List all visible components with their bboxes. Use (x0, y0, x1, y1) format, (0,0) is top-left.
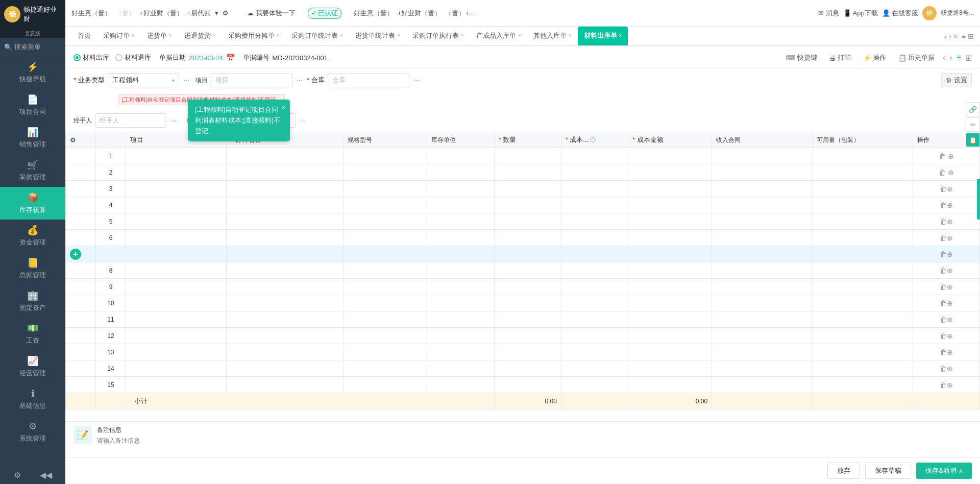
handler-input[interactable]: 经手人 (95, 113, 166, 128)
tab-purchase-expense-close[interactable]: × (277, 33, 280, 38)
topbar-settings-btn[interactable]: ⚙ (223, 9, 229, 17)
copy-icon-7[interactable]: ⊕ (947, 250, 953, 258)
tab-purchase-stats[interactable]: 采购订单统计表 × (285, 27, 349, 46)
tab-next-btn[interactable]: › (949, 32, 951, 40)
tab-prev-btn[interactable]: ‹ (944, 32, 947, 40)
tab-material-outstock[interactable]: 材料出库单 × (578, 27, 628, 46)
sidebar-item-fixedassets[interactable]: 🏢 固定资产 (0, 285, 65, 318)
copy-icon-14[interactable]: ⊕ (947, 365, 953, 373)
view-list-btn[interactable]: ≡ (957, 53, 961, 62)
business-type-dots[interactable]: ··· (183, 76, 189, 84)
topbar-link-haoyecai[interactable]: +好业财（普） (139, 9, 183, 18)
cell-unit-2[interactable] (427, 164, 494, 181)
notes-input[interactable] (97, 437, 177, 451)
delete-icon-7[interactable]: 🗑 (940, 250, 947, 258)
delete-icon-10[interactable]: 🗑 (940, 299, 947, 307)
th-cost-info-icon[interactable]: ⓘ (590, 137, 596, 143)
nav-prev-btn[interactable]: ‹ (943, 53, 945, 62)
cell-available-2[interactable] (812, 164, 913, 181)
copy-icon-4[interactable]: ⊕ (947, 201, 953, 209)
cell-spec-2[interactable] (344, 164, 427, 181)
topbar-link-haoshenyi2[interactable]: 好生意（普） (354, 9, 394, 18)
cell-project-2[interactable] (126, 164, 227, 181)
cell-cost-amt-1[interactable] (628, 148, 712, 164)
delete-icon-6[interactable]: 🗑 (940, 234, 947, 242)
delete-icon-11[interactable]: 🗑 (940, 316, 947, 324)
sidebar-item-quicknav[interactable]: ⚡ 快捷导航 (0, 56, 65, 89)
topbar-link-haoyecai2[interactable]: +好业财（普） (398, 9, 442, 18)
tab-incoming-return-close[interactable]: × (213, 33, 216, 38)
sidebar-item-ledger[interactable]: 📒 总账管理 (0, 252, 65, 285)
tab-other-instock-close[interactable]: × (569, 33, 572, 38)
cell-income-1[interactable] (712, 148, 813, 164)
tab-purchase-order[interactable]: 采购订单 × (97, 27, 141, 46)
tab-home[interactable]: 首页 (71, 27, 97, 46)
tab-incoming-stats-close[interactable]: × (397, 33, 400, 38)
sidebar-collapse-btn[interactable]: ◀◀ (40, 470, 52, 480)
calendar-icon[interactable]: 📅 (226, 54, 235, 62)
settings-btn[interactable]: ⚙ 设置 (941, 73, 972, 87)
cell-material-1[interactable] (226, 148, 344, 164)
delete-icon-9[interactable]: 🗑 (940, 283, 947, 291)
topbar-link-yidaizhang[interactable]: +易代账 (187, 9, 211, 18)
cell-project-1[interactable] (126, 148, 227, 164)
warehouse-input[interactable]: 合库 (328, 73, 409, 87)
tab-other-instock[interactable]: 其他入库单 × (527, 27, 578, 46)
tab-view-toggle-list[interactable]: ≡ (962, 32, 966, 40)
cell-qty-1[interactable] (494, 148, 561, 164)
save-draft-button[interactable]: 保存草稿 (865, 463, 911, 479)
tab-purchase-order-close[interactable]: × (132, 33, 135, 38)
cell-qty-2[interactable] (494, 164, 561, 181)
tab-incoming-return[interactable]: 进退货货 × (178, 27, 222, 46)
cell-income-2[interactable] (712, 164, 813, 181)
print-btn[interactable]: 🖨 打印 (825, 51, 855, 64)
topbar-link-more[interactable]: （普）+... (445, 9, 474, 18)
tab-incoming-stats[interactable]: 进货单统计表 × (349, 27, 406, 46)
sidebar-item-salary[interactable]: 💵 工资 (0, 318, 65, 350)
topbar-dropdown-btn[interactable]: ▾ (215, 9, 218, 17)
delete-icon-14[interactable]: 🗑 (940, 365, 947, 373)
user-avatar[interactable]: 畅 (922, 6, 937, 20)
tab-finished-instock[interactable]: 产成品入库单 × (470, 27, 527, 46)
topbar-experience-link[interactable]: ☁ 我要体验一下 (247, 9, 296, 18)
sidebar-item-purchasemanage[interactable]: 🛒 采购管理 (0, 154, 65, 187)
cell-cost-amt-2[interactable] (628, 164, 712, 181)
th-settings[interactable]: ⚙ (66, 132, 96, 148)
cell-material-2[interactable] (226, 164, 344, 181)
sidebar-item-projectcontract[interactable]: 📄 项目合同 (0, 89, 65, 122)
copy-icon-3[interactable]: ⊕ (947, 185, 953, 193)
online-service-btn[interactable]: 👤 在线客服 (882, 9, 919, 18)
project-input[interactable]: 项目 (211, 73, 292, 87)
delete-icon-1[interactable]: 🗑 (939, 152, 946, 160)
cell-cost-2[interactable] (561, 164, 628, 181)
radio-material-return[interactable]: 材料退库 (115, 53, 151, 62)
cell-material-input-7[interactable] (231, 251, 339, 258)
cell-available-1[interactable] (812, 148, 913, 164)
sidebar-item-sysmanage[interactable]: ⚙ 系统管理 (0, 416, 65, 448)
save-new-button[interactable]: 保存&新增 ∧ (916, 463, 972, 479)
copy-icon-12[interactable]: ⊕ (947, 332, 953, 340)
cell-cost-1[interactable] (561, 148, 628, 164)
tab-incoming[interactable]: 进货单 × (141, 27, 178, 46)
discard-button[interactable]: 放弃 (827, 463, 860, 479)
tab-finished-instock-close[interactable]: × (518, 33, 521, 38)
shortcut-btn[interactable]: ⌨ 快捷键 (782, 51, 821, 64)
copy-icon-11[interactable]: ⊕ (947, 316, 953, 324)
copy-icon-6[interactable]: ⊕ (947, 234, 953, 242)
handler-dots[interactable]: ··· (170, 116, 177, 125)
tab-view-toggle-grid[interactable]: ⊞ (968, 32, 974, 40)
right-tool-edit[interactable]: ✏ (966, 117, 980, 132)
sidebar-item-operations[interactable]: 📈 经营管理 (0, 350, 65, 383)
nav-next-btn[interactable]: › (949, 53, 952, 62)
cell-project-input-7[interactable] (130, 251, 222, 258)
user-name[interactable]: 畅捷通8号... (941, 9, 974, 17)
delete-icon-12[interactable]: 🗑 (940, 332, 947, 340)
tab-purchase-stats-close[interactable]: × (340, 33, 343, 38)
sidebar-item-fundmanage[interactable]: 💰 资金管理 (0, 220, 65, 252)
copy-icon-13[interactable]: ⊕ (947, 348, 953, 356)
delete-icon-3[interactable]: 🗑 (940, 185, 947, 193)
copy-icon-15[interactable]: ⊕ (947, 381, 953, 389)
income-contract-dots[interactable]: ··· (300, 116, 306, 125)
history-btn[interactable]: 📋 历史单据 (894, 51, 939, 64)
delete-icon-15[interactable]: 🗑 (940, 381, 947, 389)
